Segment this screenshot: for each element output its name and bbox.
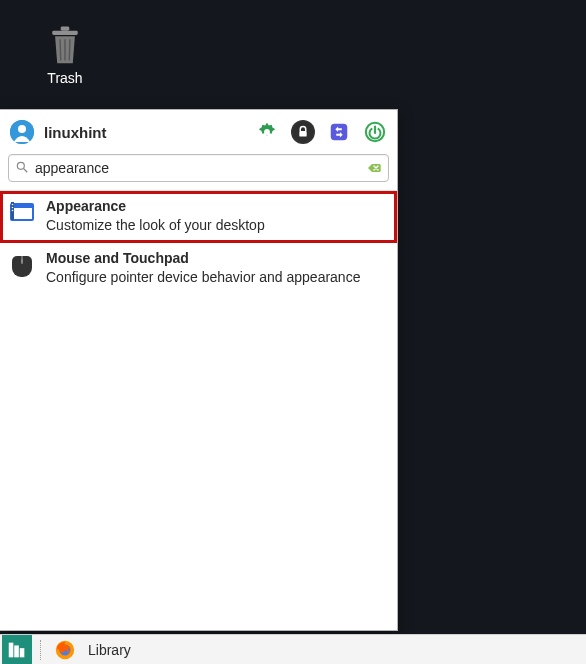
header-icons	[255, 120, 387, 144]
svg-rect-24	[14, 645, 19, 657]
taskbar-separator	[40, 640, 46, 660]
taskbar: Library	[0, 634, 586, 664]
svg-line-2	[60, 39, 61, 60]
svg-point-20	[12, 210, 14, 212]
result-subtitle: Customize the look of your desktop	[46, 216, 265, 235]
trash-icon	[48, 24, 82, 66]
svg-rect-0	[52, 31, 77, 35]
svg-rect-16	[12, 205, 32, 208]
result-item-appearance[interactable]: Appearance Customize the look of your de…	[0, 191, 397, 243]
trash-label: Trash	[47, 70, 82, 86]
firefox-icon[interactable]	[54, 639, 76, 661]
search-input[interactable]	[35, 160, 360, 176]
svg-point-18	[12, 204, 14, 206]
menu-header: linuxhint	[0, 110, 397, 154]
result-text: Mouse and Touchpad Configure pointer dev…	[46, 249, 360, 287]
svg-rect-23	[9, 642, 14, 657]
svg-point-12	[17, 162, 24, 169]
results-list: Appearance Customize the look of your de…	[0, 190, 397, 630]
svg-point-6	[18, 125, 26, 133]
settings-icon[interactable]	[255, 120, 279, 144]
svg-rect-22	[21, 259, 23, 263]
svg-rect-25	[20, 648, 25, 657]
search-icon	[15, 160, 29, 177]
trash-desktop-icon[interactable]: Trash	[38, 24, 92, 86]
lock-icon[interactable]	[291, 120, 315, 144]
switch-user-icon[interactable]	[327, 120, 351, 144]
clear-search-icon[interactable]	[366, 160, 382, 176]
result-title: Mouse and Touchpad	[46, 249, 360, 268]
username-label: linuxhint	[44, 124, 245, 141]
svg-point-7	[264, 129, 270, 135]
result-text: Appearance Customize the look of your de…	[46, 197, 265, 235]
svg-rect-10	[331, 124, 348, 141]
logout-icon[interactable]	[363, 120, 387, 144]
svg-point-19	[12, 207, 14, 209]
user-avatar-icon[interactable]	[10, 120, 34, 144]
result-title: Appearance	[46, 197, 265, 216]
svg-rect-1	[61, 27, 69, 31]
appearance-icon	[8, 199, 36, 227]
svg-line-4	[69, 39, 70, 60]
app-menu: linuxhint	[0, 109, 398, 631]
result-subtitle: Configure pointer device behavior and ap…	[46, 268, 360, 287]
taskbar-item-label[interactable]: Library	[88, 642, 131, 658]
start-menu-button[interactable]	[2, 635, 32, 665]
mouse-icon	[8, 251, 36, 279]
svg-line-13	[24, 168, 28, 172]
result-item-mouse-touchpad[interactable]: Mouse and Touchpad Configure pointer dev…	[0, 243, 397, 295]
svg-rect-9	[299, 131, 306, 137]
search-row	[0, 154, 397, 190]
search-box[interactable]	[8, 154, 389, 182]
